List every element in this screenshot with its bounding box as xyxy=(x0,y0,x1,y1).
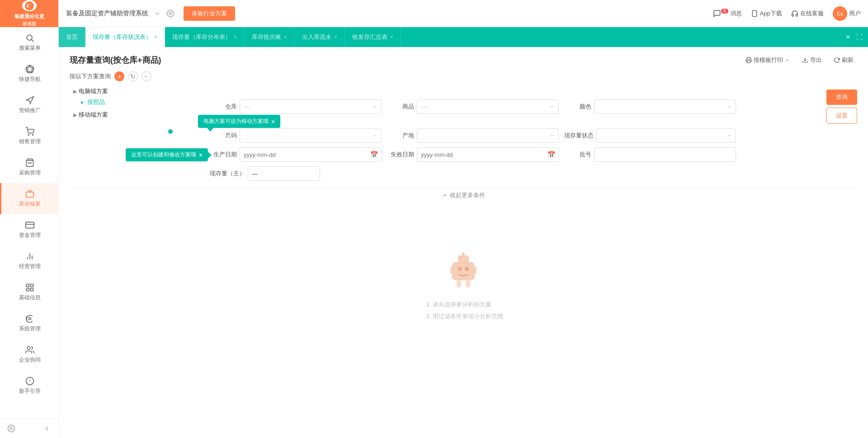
svg-rect-31 xyxy=(458,255,469,264)
color-select[interactable] xyxy=(594,99,736,114)
app-download-label: App下载 xyxy=(760,9,782,18)
filter-batch: 批号 xyxy=(564,147,736,162)
svg-point-2 xyxy=(27,35,32,40)
sidebar-item-purchase[interactable]: 采购管理 xyxy=(0,152,58,183)
print-btn[interactable]: 按模板打印 xyxy=(742,54,794,66)
scheme-item-pc1[interactable]: ● 按照品 xyxy=(80,97,210,108)
batch-input[interactable] xyxy=(594,147,736,162)
size-select[interactable] xyxy=(240,128,382,143)
export-btn[interactable]: 导出 xyxy=(798,54,826,66)
arrow-icon: ▶ xyxy=(73,112,77,118)
sidebar-item-base[interactable]: 基础信息 xyxy=(0,277,58,308)
svg-rect-30 xyxy=(452,262,475,280)
sidebar-item-marketing[interactable]: 营销推广 xyxy=(0,89,58,121)
online-support-item[interactable]: 在线客服 xyxy=(791,9,824,18)
tab-home[interactable]: 首页 xyxy=(59,27,85,47)
tab-recv-summary-close[interactable]: × xyxy=(390,34,393,40)
logo-text: 畅捷通好生意 xyxy=(14,13,44,20)
query-btn[interactable]: 查询 xyxy=(826,89,857,105)
filter-expire-date: 失效日期 📅 xyxy=(387,147,559,162)
logo-icon: 6 xyxy=(22,0,37,11)
stock-main-input[interactable] xyxy=(248,166,320,181)
tab-spacer xyxy=(401,27,840,47)
refresh-scheme-btn[interactable]: ↻ xyxy=(128,71,138,81)
tab-stock-status-close[interactable]: × xyxy=(154,34,157,40)
sidebar-item-finance[interactable]: 资金管理 xyxy=(0,214,58,245)
sidebar-item-nav[interactable]: 快捷导航 xyxy=(0,58,58,89)
tab-close-all-icon[interactable]: ✕ xyxy=(845,33,851,41)
collapse-bar[interactable]: 收起更多条件 xyxy=(70,187,857,203)
expire-date-label: 失效日期 xyxy=(387,151,414,159)
scheme-group-pc[interactable]: ▶ 电脑端方案 xyxy=(73,86,210,97)
tab-stock-status[interactable]: 现存量（库存状况表） × xyxy=(85,27,165,47)
tab-recv-summary[interactable]: 收发存汇总表 × xyxy=(345,27,401,47)
sidebar-item-stock[interactable]: 库存核算 xyxy=(0,183,58,214)
sidebar-item-search[interactable]: 搜索菜单 xyxy=(0,27,58,58)
tab-inout-flow-close[interactable]: × xyxy=(334,34,337,40)
svg-point-7 xyxy=(33,135,33,136)
scheme-group-pc-label: 电脑端方案 xyxy=(79,87,108,95)
logo-sub: 标准版 xyxy=(23,21,36,27)
connector-dot xyxy=(168,129,173,134)
tab-batch-ledger-close[interactable]: × xyxy=(284,34,287,40)
page-header: 现存量查询(按仓库+商品) 按模板打印 导出 刷新 xyxy=(59,47,868,66)
sidebar-item-guide[interactable]: 新手引导 xyxy=(0,370,58,401)
filter-header: 按以下方案查询 + ↻ ← xyxy=(70,71,210,81)
stock-status-dropdown-icon xyxy=(726,133,732,138)
scheme-tooltip-close[interactable]: × xyxy=(271,118,275,125)
goods-dots: ··· xyxy=(421,102,428,112)
refresh-btn[interactable]: 刷新 xyxy=(830,54,857,66)
edit-scheme-tooltip-close[interactable]: × xyxy=(199,151,203,159)
chevron-up-icon xyxy=(442,192,448,198)
sidebar-item-sales[interactable]: 销售管理 xyxy=(0,121,58,152)
arrow-icon: ▶ xyxy=(73,89,77,94)
export-label: 导出 xyxy=(810,56,822,64)
settings-bottom-icon[interactable] xyxy=(7,424,15,433)
back-scheme-btn[interactable]: ← xyxy=(142,71,151,81)
settings-icon[interactable] xyxy=(166,9,175,18)
tab-fullscreen-icon[interactable]: ⛶ xyxy=(856,33,863,41)
tab-stock-dist-close[interactable]: × xyxy=(234,34,237,40)
prod-date-input[interactable] xyxy=(240,147,382,162)
add-scheme-btn[interactable]: + xyxy=(114,71,124,81)
filter-origin: 产地 xyxy=(387,128,559,143)
message-label: 消息 xyxy=(730,9,742,18)
sidebar-item-label: 经营管理 xyxy=(19,263,41,270)
tab-batch-ledger[interactable]: 库存批次账 × xyxy=(245,27,295,47)
origin-select[interactable] xyxy=(417,128,559,143)
app-download-item[interactable]: App下载 xyxy=(751,9,782,18)
stock-status-select[interactable] xyxy=(596,128,736,143)
user-item[interactable]: Ea 用户 xyxy=(833,6,861,21)
sidebar-item-label: 快捷导航 xyxy=(19,75,41,83)
scheme-item-label: 按照品 xyxy=(87,98,105,106)
expire-date-input[interactable] xyxy=(417,147,559,162)
goods-select[interactable]: ··· xyxy=(417,99,559,114)
sidebar-item-label: 基础信息 xyxy=(19,294,41,301)
avatar: Ea xyxy=(833,6,847,21)
goods-label: 商品 xyxy=(387,103,414,111)
trial-btn[interactable]: 体验行业方案 xyxy=(184,6,235,21)
sidebar-item-label: 营销推广 xyxy=(19,107,41,114)
warehouse-select[interactable]: ··· xyxy=(240,99,382,114)
tab-window-btns: ✕ ⛶ xyxy=(840,27,868,47)
sidebar-item-ops[interactable]: 经营管理 xyxy=(0,245,58,277)
setting-btn[interactable]: 设置 xyxy=(826,108,857,124)
page-title: 现存量查询(按仓库+商品) xyxy=(70,55,161,66)
scheme-pc-items: ● 按照品 xyxy=(73,97,210,108)
filter-row-3: 生产日期 📅 失效日期 📅 xyxy=(210,147,857,162)
sidebar-item-label: 搜索菜单 xyxy=(19,44,41,52)
svg-point-6 xyxy=(28,135,29,136)
message-item[interactable]: 6 消息 xyxy=(713,9,742,18)
system-dropdown-icon[interactable] xyxy=(154,10,161,17)
scheme-group-mobile[interactable]: ▶ 移动端方案 xyxy=(73,109,210,120)
tab-stock-dist[interactable]: 现存量（库存分布表） × xyxy=(165,27,245,47)
prod-date-wrap: 📅 xyxy=(240,147,382,162)
svg-rect-15 xyxy=(27,284,29,287)
sidebar-item-system[interactable]: 系统管理 xyxy=(0,308,58,339)
export-icon xyxy=(802,57,808,63)
sidebar-item-enterprise[interactable]: 企业协同 xyxy=(0,339,58,370)
tab-inout-flow[interactable]: 出入库流水 × xyxy=(295,27,345,47)
expire-date-wrap: 📅 xyxy=(417,147,559,162)
edit-scheme-tooltip: 这里可以创建和修改方案哦 × xyxy=(126,148,208,161)
collapse-sidebar-icon[interactable] xyxy=(43,424,51,433)
